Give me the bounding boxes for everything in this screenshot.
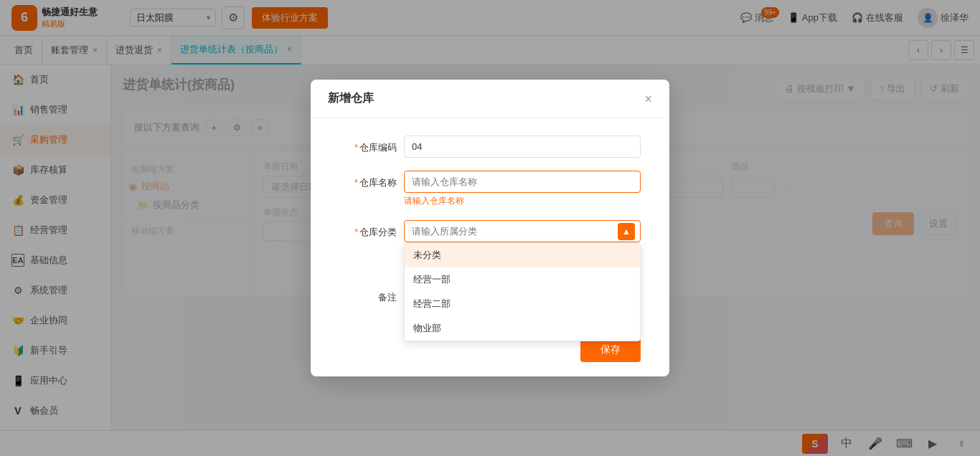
name-row: *仓库名称 请输入仓库名称 — [339, 171, 641, 207]
category-input-container: ▲ — [404, 220, 641, 242]
code-input[interactable] — [404, 136, 641, 158]
code-label: *仓库编码 — [339, 136, 404, 154]
category-dropdown: 未分类 经营一部 经营二部 物业部 — [404, 242, 641, 341]
code-row: *仓库编码 — [339, 136, 641, 158]
modal-footer: 保存 — [311, 338, 669, 362]
dropdown-item-property[interactable]: 物业部 — [405, 316, 640, 341]
modal-save-button[interactable]: 保存 — [580, 338, 641, 362]
modal-body: *仓库编码 *仓库名称 请输入仓库名称 *仓库分类 — [311, 118, 669, 332]
category-arrow-icon[interactable]: ▲ — [618, 223, 635, 240]
new-warehouse-modal: 新增仓库 × *仓库编码 *仓库名称 请输入仓库名称 — [311, 80, 669, 376]
dropdown-item-unclassified[interactable]: 未分类 — [405, 243, 640, 267]
name-label: *仓库名称 — [339, 171, 404, 189]
modal-header: 新增仓库 × — [311, 80, 669, 118]
dropdown-item-dept2[interactable]: 经营二部 — [405, 292, 640, 316]
category-label: *仓库分类 — [339, 220, 404, 239]
name-input[interactable] — [404, 171, 641, 193]
name-input-wrap: 请输入仓库名称 — [404, 171, 641, 207]
category-input-wrap: ▲ 未分类 经营一部 经营二部 物业部 — [404, 220, 641, 242]
modal-title: 新增仓库 — [328, 91, 374, 106]
category-input[interactable] — [404, 220, 641, 242]
remark-label: 备注 — [339, 285, 404, 304]
category-row: *仓库分类 ▲ 未分类 经营一部 经营二部 物业部 — [339, 220, 641, 242]
modal-close-button[interactable]: × — [644, 92, 652, 105]
dropdown-item-dept1[interactable]: 经营一部 — [405, 267, 640, 292]
name-error-msg: 请输入仓库名称 — [404, 195, 641, 207]
modal-overlay: 新增仓库 × *仓库编码 *仓库名称 请输入仓库名称 — [0, 0, 980, 456]
code-input-wrap — [404, 136, 641, 158]
